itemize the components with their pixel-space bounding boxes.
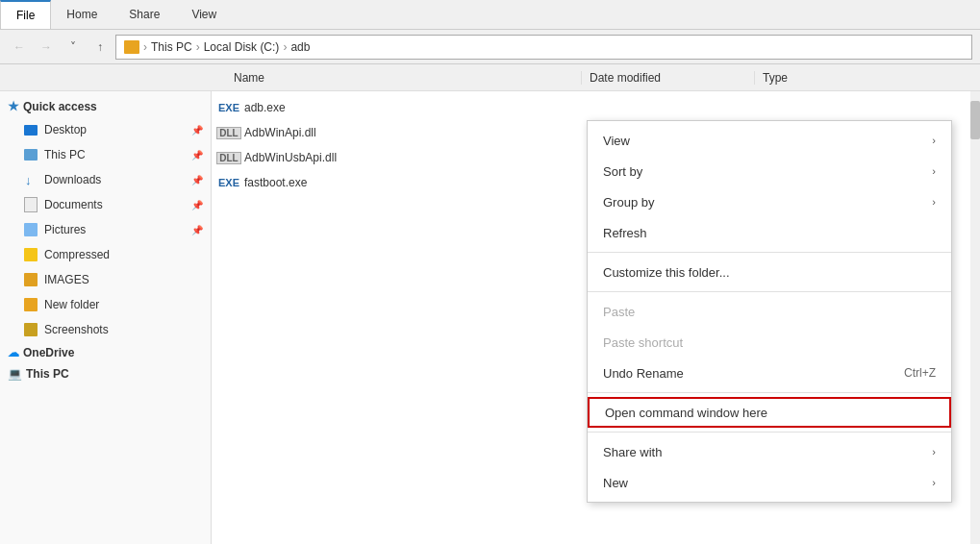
column-type[interactable]: Type [755, 71, 870, 85]
ctx-sort-by[interactable]: Sort by › [588, 156, 951, 186]
onedrive-icon: ☁ [8, 346, 19, 359]
thispc-sidebar-icon: 💻 [8, 367, 22, 381]
exe-file-icon-2: EXE [219, 174, 239, 191]
screenshots-icon [23, 322, 38, 337]
ctx-undo-rename[interactable]: Undo Rename Ctrl+Z [588, 358, 951, 388]
back-button[interactable]: ← [8, 36, 31, 59]
address-bar: ← → ˅ ↑ › This PC › Local Disk (C:) › ad… [0, 30, 980, 64]
column-date-modified[interactable]: Date modified [582, 71, 755, 85]
ctx-sort-arrow: › [932, 165, 936, 177]
pc-icon [23, 147, 38, 162]
tab-view[interactable]: View [176, 0, 233, 29]
ctx-share-with[interactable]: Share with › [588, 436, 951, 467]
ctx-open-cmd[interactable]: Open command window here [588, 397, 951, 428]
pin-icon: 📌 [191, 125, 203, 136]
new-folder-icon [23, 297, 38, 312]
tab-home[interactable]: Home [51, 0, 113, 29]
ctx-sep-4 [588, 432, 951, 433]
column-name[interactable]: Name [226, 71, 582, 85]
sidebar-item-compressed[interactable]: Compressed [0, 242, 211, 267]
file-list: EXE adb.exe DLL AdbWinApi.dll DLL AdbWin… [212, 91, 980, 544]
pin-icon-downloads: 📌 [191, 175, 203, 185]
ctx-view[interactable]: View › [588, 125, 951, 156]
pin-icon-pictures: 📌 [191, 225, 203, 235]
context-menu: View › Sort by › Group by › Refresh Cust… [587, 120, 952, 503]
ctx-group-by[interactable]: Group by › [588, 186, 951, 217]
sidebar-item-documents[interactable]: Documents 📌 [0, 192, 211, 217]
path-part-localdisk: Local Disk (C:) [204, 40, 280, 54]
ctx-paste-shortcut[interactable]: Paste shortcut [588, 327, 951, 358]
sidebar-item-new-folder[interactable]: New folder [0, 292, 211, 317]
path-part-adb: adb [290, 40, 310, 54]
ctx-sep-1 [588, 252, 951, 253]
sidebar-item-images[interactable]: IMAGES [0, 267, 211, 292]
downloads-icon [23, 172, 38, 187]
dll-file-icon-1: DLL [219, 124, 239, 141]
up-button[interactable]: ↑ [88, 36, 112, 59]
dll-file-icon-2: DLL [219, 149, 239, 166]
pictures-icon [23, 222, 38, 237]
ctx-new[interactable]: New › [588, 467, 951, 498]
ctx-new-arrow: › [932, 477, 936, 488]
sidebar-item-downloads[interactable]: Downloads 📌 [0, 167, 211, 192]
ctx-view-arrow: › [932, 135, 936, 146]
tab-share[interactable]: Share [113, 0, 176, 29]
sidebar-item-desktop[interactable]: Desktop 📌 [0, 117, 211, 142]
ctx-sep-2 [588, 291, 951, 292]
path-part-thispc: This PC [151, 40, 192, 54]
folder-icon [124, 40, 139, 54]
ctx-group-arrow: › [932, 196, 936, 208]
ribbon: File Home Share View [0, 0, 980, 30]
sidebar-section-onedrive[interactable]: ☁ OneDrive [0, 342, 211, 363]
address-path[interactable]: › This PC › Local Disk (C:) › adb [115, 35, 972, 60]
desktop-icon [23, 122, 38, 137]
scrollbar[interactable] [970, 91, 980, 544]
images-icon [23, 272, 38, 287]
pin-icon-pc: 📌 [191, 150, 203, 161]
scroll-thumb[interactable] [970, 101, 980, 139]
forward-button[interactable]: → [35, 36, 58, 59]
ribbon-tabs: File Home Share View [0, 0, 980, 29]
pin-icon-documents: 📌 [191, 200, 203, 210]
sidebar-item-screenshots[interactable]: Screenshots [0, 317, 211, 342]
ctx-undo-rename-shortcut: Ctrl+Z [904, 366, 936, 380]
sidebar-section-quick-access[interactable]: ★ Quick access [0, 95, 211, 117]
exe-file-icon-1: EXE [219, 99, 239, 116]
ctx-sep-3 [588, 392, 951, 393]
ctx-paste[interactable]: Paste [588, 296, 951, 327]
sidebar-item-thispc[interactable]: This PC 📌 [0, 142, 211, 167]
main-area: ★ Quick access Desktop 📌 This PC 📌 Downl… [0, 91, 980, 544]
sidebar-section-this-pc[interactable]: 💻 This PC [0, 363, 211, 384]
sidebar: ★ Quick access Desktop 📌 This PC 📌 Downl… [0, 91, 212, 544]
star-icon: ★ [8, 99, 19, 113]
documents-icon [23, 197, 38, 212]
compressed-icon [23, 247, 38, 262]
tab-file[interactable]: File [0, 0, 51, 29]
ctx-customize[interactable]: Customize this folder... [588, 257, 951, 287]
ctx-share-arrow: › [932, 446, 936, 457]
sidebar-item-pictures[interactable]: Pictures 📌 [0, 217, 211, 242]
file-item-adb-exe[interactable]: EXE adb.exe [212, 95, 980, 120]
ctx-refresh[interactable]: Refresh [588, 217, 951, 248]
column-headers: Name Date modified Type [0, 64, 980, 91]
history-button[interactable]: ˅ [62, 36, 85, 59]
